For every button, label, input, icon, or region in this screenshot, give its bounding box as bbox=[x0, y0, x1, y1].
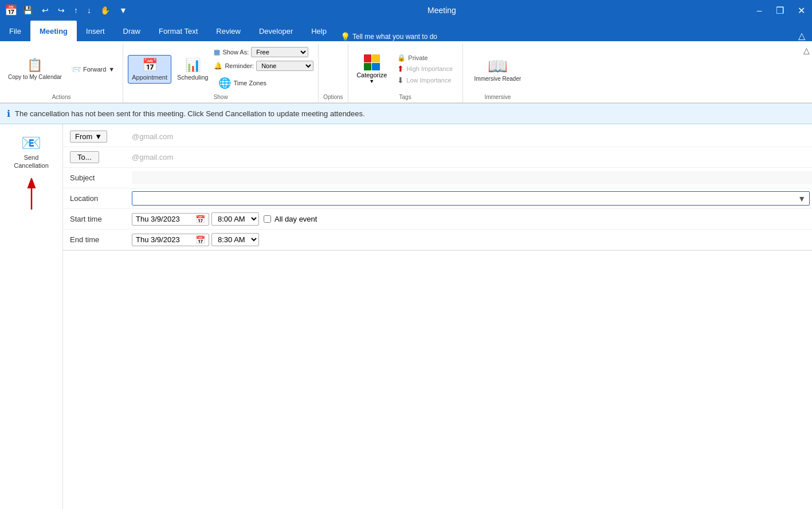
start-date-input-wrap: 📅 bbox=[132, 213, 209, 226]
end-time-label: End time bbox=[63, 235, 132, 244]
forward-dropdown-icon[interactable]: ▼ bbox=[108, 66, 115, 73]
quick-access-toolbar: 💾 ↩ ↪ ↑ ↓ ✋ ▼ bbox=[21, 5, 130, 16]
left-sidebar: 📧 Send Cancellation bbox=[0, 124, 63, 509]
subject-label: Subject bbox=[63, 173, 132, 182]
send-cancellation-btn[interactable]: 📧 Send Cancellation bbox=[2, 130, 60, 173]
high-importance-btn[interactable]: ⬆ High Importance bbox=[395, 64, 455, 74]
tab-developer[interactable]: Developer bbox=[250, 21, 302, 41]
touch-btn[interactable]: ✋ bbox=[98, 5, 112, 16]
from-btn[interactable]: From ▼ bbox=[70, 131, 107, 143]
end-date-input[interactable] bbox=[136, 235, 193, 244]
start-time-select[interactable]: 8:00 AM 8:30 AM 9:00 AM bbox=[211, 212, 259, 226]
appointment-btn[interactable]: 📅 Appointment bbox=[128, 55, 171, 84]
categorize-icon bbox=[364, 54, 380, 70]
all-day-checkbox[interactable] bbox=[264, 215, 271, 223]
immersive-label: Immersive bbox=[484, 94, 511, 101]
title-bar: 📅 💾 ↩ ↪ ↑ ↓ ✋ ▼ Meeting ‒ ❒ ✕ bbox=[0, 0, 812, 21]
tab-meeting[interactable]: Meeting bbox=[30, 21, 77, 41]
immersive-items: 📖 Immersive Reader bbox=[468, 46, 528, 93]
to-row: To... @gmail.com bbox=[63, 147, 812, 168]
private-btn[interactable]: 🔒 Private bbox=[395, 53, 455, 62]
location-label: Location bbox=[63, 194, 132, 203]
categorize-arrow: ▼ bbox=[369, 78, 374, 84]
send-cancellation-label: Send Cancellation bbox=[6, 153, 57, 170]
more-btn[interactable]: ▼ bbox=[117, 5, 130, 16]
tab-file[interactable]: File bbox=[0, 21, 30, 41]
categorize-btn[interactable]: Categorize ▼ bbox=[353, 52, 390, 86]
tags-label: Tags bbox=[399, 94, 411, 101]
ribbon-group-show: 📅 Appointment 📊 Scheduling ▦ Show As: Fr… bbox=[123, 44, 319, 102]
info-message: The cancellation has not been sent for t… bbox=[15, 109, 365, 118]
ribbon-group-tags: Categorize ▼ 🔒 Private ⬆ High Importance… bbox=[348, 44, 463, 102]
high-importance-icon: ⬆ bbox=[397, 64, 404, 73]
appointment-icon: 📅 bbox=[142, 58, 158, 73]
save-btn[interactable]: 💾 bbox=[21, 5, 35, 16]
restore-btn[interactable]: ❒ bbox=[774, 5, 786, 16]
forward-icon: 📨 bbox=[71, 65, 81, 74]
show-as-icon: ▦ bbox=[214, 48, 220, 56]
ribbon-expand-icon[interactable]: △ bbox=[803, 46, 810, 55]
low-importance-btn[interactable]: ⬇ Low Importance bbox=[395, 75, 455, 85]
time-zones-btn[interactable]: 🌐 Time Zones bbox=[214, 74, 313, 92]
copy-to-my-calendar-btn[interactable]: 📋 Copy to My Calendar bbox=[5, 56, 65, 83]
reminder-label: Reminder: bbox=[225, 62, 254, 69]
body-area[interactable] bbox=[63, 250, 812, 451]
form-area: From ▼ @gmail.com To... @gmail.com bbox=[63, 124, 812, 509]
location-input[interactable] bbox=[132, 192, 794, 205]
location-row: Location ▼ bbox=[63, 188, 812, 209]
reminder-icon: 🔔 bbox=[214, 62, 222, 70]
move-up-btn[interactable]: ↑ bbox=[72, 5, 80, 16]
subject-input[interactable] bbox=[132, 171, 812, 184]
undo-btn[interactable]: ↩ bbox=[40, 5, 51, 16]
ribbon-group-immersive: 📖 Immersive Reader Immersive bbox=[463, 44, 533, 102]
all-day-label[interactable]: All day event bbox=[274, 215, 317, 223]
reminder-select[interactable]: None 5 minutes 15 minutes 30 minutes bbox=[256, 61, 313, 71]
minimize-btn[interactable]: ‒ bbox=[754, 5, 764, 16]
ribbon-content: 📋 Copy to My Calendar 📨 Forward ▼ Action… bbox=[0, 41, 812, 104]
tab-insert[interactable]: Insert bbox=[77, 21, 114, 41]
tell-me-search[interactable]: 💡 Tell me what you want to do bbox=[340, 32, 437, 41]
tab-help[interactable]: Help bbox=[302, 21, 336, 41]
ribbon-collapse-btn[interactable]: △ bbox=[791, 30, 812, 41]
from-label-cell: From ▼ bbox=[63, 131, 132, 143]
copy-calendar-label: Copy to My Calendar bbox=[8, 74, 62, 81]
tab-review[interactable]: Review bbox=[207, 21, 250, 41]
main-window: 📅 💾 ↩ ↪ ↑ ↓ ✋ ▼ Meeting ‒ ❒ ✕ File Meeti… bbox=[0, 0, 812, 509]
from-value: @gmail.com bbox=[132, 132, 812, 141]
from-btn-label: From bbox=[75, 132, 92, 141]
to-btn[interactable]: To... bbox=[70, 151, 99, 163]
start-date-input[interactable] bbox=[136, 215, 193, 223]
actions-items: 📋 Copy to My Calendar 📨 Forward ▼ bbox=[5, 46, 118, 93]
close-btn[interactable]: ✕ bbox=[795, 5, 807, 16]
high-importance-label: High Importance bbox=[406, 65, 453, 72]
low-importance-icon: ⬇ bbox=[397, 76, 404, 85]
move-down-btn[interactable]: ↓ bbox=[85, 5, 93, 16]
scheduling-btn[interactable]: 📊 Scheduling bbox=[174, 56, 211, 83]
to-label-cell: To... bbox=[63, 151, 132, 163]
show-as-select[interactable]: Free Busy Tentative Out of Office bbox=[251, 47, 308, 57]
redo-btn[interactable]: ↪ bbox=[56, 5, 67, 16]
forward-btn[interactable]: 📨 Forward ▼ bbox=[68, 64, 118, 75]
location-field: ▼ bbox=[132, 191, 810, 206]
start-time-row: Start time 📅 8:00 AM 8:30 AM 9:00 AM All… bbox=[63, 209, 812, 230]
scheduling-icon: 📊 bbox=[185, 58, 201, 73]
tab-format-text[interactable]: Format Text bbox=[150, 21, 207, 41]
start-date-calendar-icon[interactable]: 📅 bbox=[195, 215, 205, 224]
forward-group: 📨 Forward ▼ bbox=[68, 64, 118, 75]
window-title: Meeting bbox=[427, 6, 456, 15]
tags-side: 🔒 Private ⬆ High Importance ⬇ Low Import… bbox=[393, 53, 457, 85]
end-time-row: End time 📅 8:30 AM 9:00 AM 9:30 AM bbox=[63, 230, 812, 250]
location-dropdown-icon[interactable]: ▼ bbox=[794, 194, 809, 203]
end-time-select[interactable]: 8:30 AM 9:00 AM 9:30 AM bbox=[211, 233, 259, 246]
from-dropdown-icon: ▼ bbox=[95, 132, 102, 141]
tab-draw[interactable]: Draw bbox=[114, 21, 150, 41]
forward-label: Forward bbox=[83, 66, 106, 73]
start-time-label: Start time bbox=[63, 215, 132, 223]
title-bar-center: Meeting bbox=[427, 6, 456, 15]
arrow-annotation bbox=[20, 178, 43, 212]
private-label: Private bbox=[408, 54, 427, 61]
immersive-reader-btn[interactable]: 📖 Immersive Reader bbox=[468, 54, 528, 85]
ribbon-tabs: File Meeting Insert Draw Format Text Rev… bbox=[0, 21, 812, 41]
reminder-row: 🔔 Reminder: None 5 minutes 15 minutes 30… bbox=[214, 61, 313, 71]
end-date-calendar-icon[interactable]: 📅 bbox=[195, 235, 205, 244]
